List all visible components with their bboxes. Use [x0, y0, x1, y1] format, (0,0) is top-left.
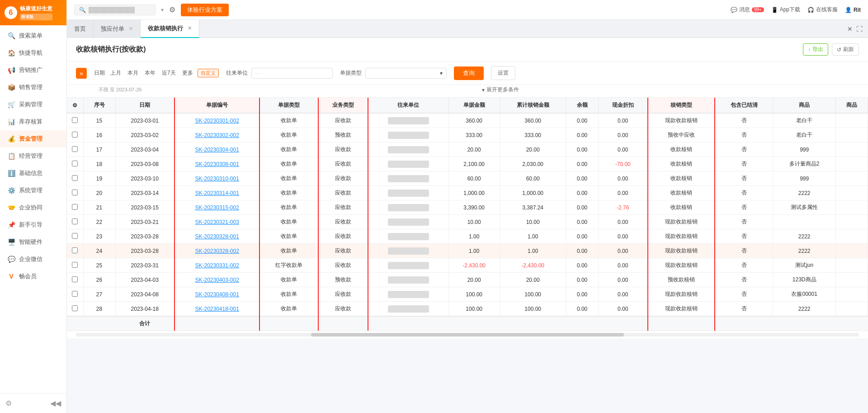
info-icon: ℹ️: [7, 170, 15, 177]
cell-voucher-no[interactable]: SK-20230321-003: [175, 215, 260, 229]
sidebar-item-inventory[interactable]: 📊 库存核算: [0, 113, 66, 130]
sidebar-item-search-menu[interactable]: 🔍 搜索菜单: [0, 27, 66, 44]
partner-input[interactable]: ···: [251, 68, 333, 79]
cell-voucher-no[interactable]: SK-20230328-002: [175, 244, 260, 258]
scrollbar-thumb[interactable]: [311, 333, 624, 337]
user-account[interactable]: 👤 Rit: [845, 7, 861, 13]
tab-pre-receive[interactable]: 预应付单 ✕: [94, 20, 141, 38]
settings-button[interactable]: 设置: [491, 66, 515, 80]
sidebar-item-corp[interactable]: 🤝 企业协同: [0, 199, 66, 216]
table-row: 23 2023-03-28 SK-20230328-001 收款单 应收款 ██…: [67, 229, 868, 244]
date-filter-label: 日期: [94, 69, 105, 77]
sidebar-item-purchase[interactable]: 🛒 采购管理: [0, 96, 66, 113]
settings-bottom-icon[interactable]: ⚙: [4, 397, 14, 409]
cell-voucher-no[interactable]: SK-20230328-001: [175, 229, 260, 244]
col-verify-type: 核销类型: [648, 98, 715, 113]
cell-voucher-no[interactable]: SK-20230314-001: [175, 186, 260, 200]
page-title: 收款核销执行(按收款): [76, 45, 146, 54]
logo-badge: 标准版: [20, 14, 52, 20]
cell-voucher-no[interactable]: SK-20230331-002: [175, 258, 260, 273]
chevron-down-icon: ▾: [161, 7, 164, 13]
app-download-item[interactable]: 📱 App下载: [771, 6, 800, 14]
tab-close-pre-receive[interactable]: ✕: [129, 26, 133, 32]
partner-filter-label: 往来单位: [226, 69, 248, 77]
sidebar-item-hardware[interactable]: 🖥️ 智能硬件: [0, 233, 66, 251]
sidebar-item-sales[interactable]: 📦 销售管理: [0, 79, 66, 96]
messages-item[interactable]: 💬 消息 99+: [731, 6, 764, 14]
cell-voucher-no[interactable]: SK-20230408-001: [175, 287, 260, 302]
cell-voucher-no[interactable]: SK-20230304-001: [175, 142, 260, 157]
refresh-button[interactable]: ↺ 刷新: [832, 43, 859, 56]
search-placeholder: ████████████: [89, 7, 135, 13]
search-icon-topbar: 🔍: [79, 7, 86, 13]
tab-receive-verify[interactable]: 收款核销执行 ✕: [141, 20, 199, 38]
expand-more-btn[interactable]: ▾ 展开更多条件: [482, 86, 519, 94]
date-btn-7days[interactable]: 近7天: [160, 68, 178, 78]
col-gear[interactable]: ⚙: [67, 98, 83, 113]
cell-voucher-no[interactable]: SK-20230315-002: [175, 200, 260, 215]
collapse-sidebar-icon[interactable]: ◀◀: [48, 397, 63, 409]
date-custom-btn[interactable]: 自定义: [198, 69, 219, 77]
date-btn-last-month[interactable]: 上月: [108, 68, 123, 78]
sidebar-item-finance[interactable]: 💰 资金管理: [0, 130, 66, 147]
date-btn-more[interactable]: 更多: [180, 68, 195, 78]
date-options: 上月 本月 本年 近7天 更多 自定义: [108, 68, 219, 78]
cell-checkbox[interactable]: [67, 113, 83, 128]
home-icon: 🏠: [7, 49, 15, 57]
sidebar-item-member[interactable]: V 畅会员: [0, 268, 66, 285]
sidebar-item-marketing[interactable]: 📢 营销推广: [0, 62, 66, 79]
scrollbar-track[interactable]: [76, 333, 859, 337]
member-icon: V: [7, 273, 15, 280]
topbar-gear-icon[interactable]: ⚙: [169, 5, 175, 14]
date-range-text: 不限 至 2023-07-26: [99, 86, 142, 93]
solution-button[interactable]: 体验行业方案: [181, 4, 229, 16]
table-row: 15 2023-03-01 SK-20230301-002 收款单 应收款 ██…: [67, 113, 868, 128]
tab-fullscreen-icon[interactable]: ⛶: [856, 25, 863, 33]
chevron-down-voucher: ▾: [440, 70, 443, 76]
guide-icon: 📌: [7, 221, 15, 228]
online-service-item[interactable]: 🎧 在线客服: [807, 6, 838, 14]
sidebar-item-basic-info[interactable]: ℹ️ 基础信息: [0, 165, 66, 182]
filter-toggle-button[interactable]: »: [76, 68, 87, 79]
gear-col-icon: ⚙: [72, 102, 77, 109]
sales-icon: 📦: [7, 84, 15, 91]
logo-text: 畅康道好生意: [20, 5, 52, 13]
content-area: 收款核销执行(按收款) ↑ 导出 ↺ 刷新 » 日期 上月: [67, 38, 868, 413]
sidebar-item-wechat[interactable]: 💬 企业微信: [0, 251, 66, 268]
message-badge: 99+: [752, 7, 764, 12]
cell-voucher-no[interactable]: SK-20230302-002: [175, 128, 260, 142]
sidebar-item-system[interactable]: ⚙️ 系统管理: [0, 182, 66, 199]
tab-home[interactable]: 首页: [67, 20, 94, 38]
tabbar: 首页 预应付单 ✕ 收款核销执行 ✕ ✕ ⛶: [67, 20, 868, 38]
col-no: 序号: [83, 98, 115, 113]
cell-voucher-no[interactable]: SK-20230301-002: [175, 113, 260, 128]
voucher-type-label: 单据类型: [340, 69, 362, 77]
table-row: 26 2023-04-03 SK-20230403-002 收款单 预收款 ██…: [67, 273, 868, 287]
operation-icon: 📋: [7, 152, 15, 160]
col-voucher-type: 单据类型: [259, 98, 318, 113]
date-btn-this-year[interactable]: 本年: [143, 68, 157, 78]
sidebar-item-operation[interactable]: 📋 经营管理: [0, 147, 66, 165]
cell-voucher-no[interactable]: SK-20230308-001: [175, 157, 260, 171]
table-row: 16 2023-03-02 SK-20230302-002 收款单 预收款 ██…: [67, 128, 868, 142]
sidebar-item-guide[interactable]: 📌 新手引导: [0, 216, 66, 233]
cell-voucher-no[interactable]: SK-20230418-001: [175, 302, 260, 317]
sidebar-item-quick-nav[interactable]: 🏠 快捷导航: [0, 44, 66, 62]
table-row: 28 2023-04-18 SK-20230418-001 收款单 应收款 ██…: [67, 302, 868, 317]
voucher-type-select[interactable]: ▾: [365, 68, 447, 79]
query-button[interactable]: 查询: [454, 66, 484, 80]
tabbar-actions: ✕ ⛶: [842, 25, 868, 33]
export-button[interactable]: ↑ 导出: [803, 43, 828, 56]
topbar-search-box[interactable]: 🔍 ████████████: [74, 5, 156, 15]
sidebar-nav: 🔍 搜索菜单 🏠 快捷导航 📢 营销推广 📦 销售管理 🛒 采购管理 📊 库存核…: [0, 25, 66, 393]
col-partner: 往来单位: [368, 98, 448, 113]
tab-close-receive-verify[interactable]: ✕: [188, 25, 192, 31]
col-date: 日期: [115, 98, 175, 113]
tab-close-all-icon[interactable]: ✕: [847, 25, 853, 33]
date-btn-this-month[interactable]: 本月: [126, 68, 140, 78]
table-row: 17 2023-03-04 SK-20230304-001 收款单 应收款 ██…: [67, 142, 868, 157]
filter-voucher-type-group: 单据类型 ▾: [340, 68, 447, 79]
cell-voucher-no[interactable]: SK-20230403-002: [175, 273, 260, 287]
table-scrollbar[interactable]: [67, 331, 868, 338]
cell-voucher-no[interactable]: SK-20230310-001: [175, 171, 260, 186]
